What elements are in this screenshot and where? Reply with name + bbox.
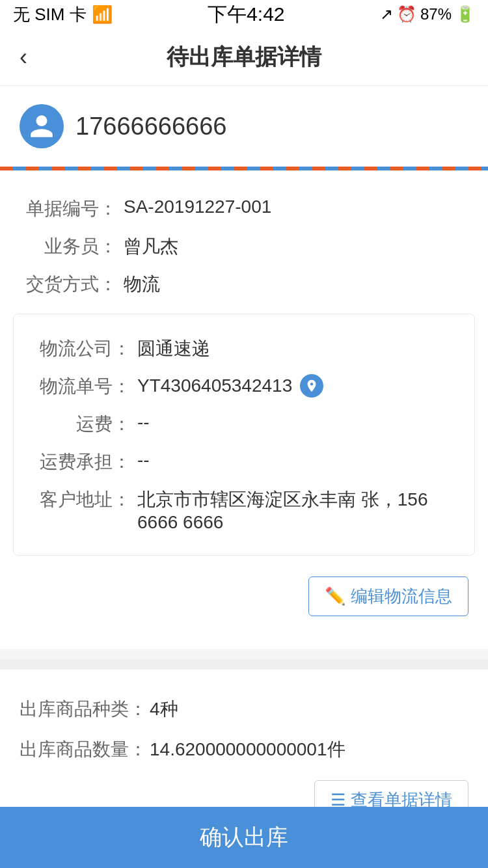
freight-bearer-row: 运费承担： -- <box>24 443 464 481</box>
battery-text: 87% <box>420 5 452 23</box>
phone-number: 17666666666 <box>75 113 226 141</box>
sales-person-value: 曾凡杰 <box>124 234 468 259</box>
freight-bearer-value: -- <box>137 450 455 470</box>
basic-info-section: 单据编号： SA-20191227-001 业务员： 曾凡杰 交货方式： 物流 … <box>0 170 488 649</box>
item-quantity-row: 出库商品数量： 14.620000000000001件 <box>0 729 488 770</box>
freight-value: -- <box>137 412 455 433</box>
tracking-row: 物流单号： YT4306405342413 <box>24 368 464 405</box>
back-button[interactable]: ‹ <box>20 44 27 71</box>
item-types-label: 出库商品种类： <box>20 697 150 722</box>
delivery-method-row: 交货方式： 物流 <box>0 265 488 303</box>
confirm-outbound-button[interactable]: 确认出库 <box>200 822 288 852</box>
map-pin-button[interactable] <box>300 374 323 398</box>
edit-btn-row: ✏️ 编辑物流信息 <box>0 566 488 629</box>
section-divider <box>0 659 488 670</box>
phone-header-card: 17666666666 <box>0 86 488 167</box>
status-time: 下午4:42 <box>208 1 284 28</box>
logistics-card: 物流公司： 圆通速递 物流单号： YT4306405342413 运费： -- <box>13 314 475 556</box>
edit-logistics-label: 编辑物流信息 <box>351 585 452 608</box>
order-number-value: SA-20191227-001 <box>124 197 468 217</box>
item-types-value: 4种 <box>150 697 178 722</box>
tracking-value: YT4306405342413 <box>137 375 292 396</box>
wifi-icon: 📶 <box>92 5 113 25</box>
address-label: 客户地址： <box>33 487 137 512</box>
address-value: 北京市市辖区海淀区永丰南 张，156 6666 6666 <box>137 487 455 533</box>
logistics-company-value: 圆通速递 <box>137 336 455 361</box>
order-number-row: 单据编号： SA-20191227-001 <box>0 190 488 228</box>
status-bar: 无 SIM 卡 📶 下午4:42 ↗ ⏰ 87% 🔋 <box>0 0 488 29</box>
nav-bar: ‹ 待出库单据详情 <box>0 29 488 86</box>
carrier-text: 无 SIM 卡 <box>13 3 87 26</box>
status-carrier: 无 SIM 卡 📶 <box>13 3 113 26</box>
sales-person-row: 业务员： 曾凡杰 <box>0 228 488 265</box>
page-title: 待出库单据详情 <box>167 42 321 72</box>
battery-icon: 🔋 <box>455 5 475 23</box>
delivery-method-value: 物流 <box>124 272 468 297</box>
edit-logistics-button[interactable]: ✏️ 编辑物流信息 <box>308 576 468 616</box>
content-area: 17666666666 单据编号： SA-20191227-001 业务员： 曾… <box>0 86 488 868</box>
address-row: 客户地址： 北京市市辖区海淀区永丰南 张，156 6666 6666 <box>24 481 464 539</box>
map-pin-icon <box>305 379 319 393</box>
location-status-icon: ↗ <box>380 5 393 23</box>
freight-bearer-label: 运费承担： <box>33 450 137 474</box>
item-types-row: 出库商品种类： 4种 <box>0 689 488 729</box>
tracking-value-row: YT4306405342413 <box>137 374 323 398</box>
order-number-label: 单据编号： <box>20 197 124 221</box>
user-icon <box>28 113 55 140</box>
tracking-label: 物流单号： <box>33 374 137 399</box>
avatar <box>20 104 64 148</box>
delivery-method-label: 交货方式： <box>20 272 124 297</box>
item-quantity-value: 14.620000000000001件 <box>150 737 346 762</box>
freight-row: 运费： -- <box>24 405 464 443</box>
bottom-bar: 确认出库 <box>0 807 488 868</box>
logistics-company-label: 物流公司： <box>33 336 137 361</box>
item-quantity-label: 出库商品数量： <box>20 737 150 762</box>
freight-label: 运费： <box>33 412 137 437</box>
status-right: ↗ ⏰ 87% 🔋 <box>380 5 475 23</box>
alarm-icon: ⏰ <box>397 5 416 23</box>
sales-person-label: 业务员： <box>20 234 124 259</box>
logistics-company-row: 物流公司： 圆通速递 <box>24 330 464 368</box>
edit-icon: ✏️ <box>325 586 346 606</box>
